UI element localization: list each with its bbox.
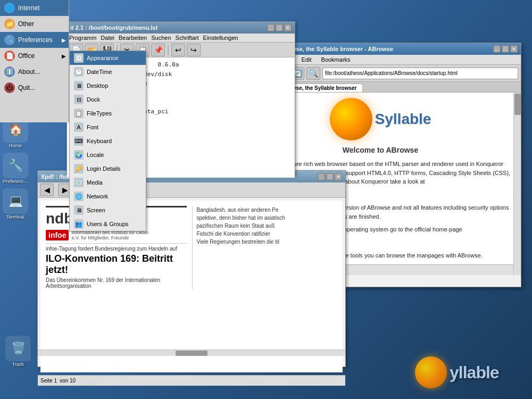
abrowse-url-input[interactable] <box>322 68 518 79</box>
prefs-network-label: Network <box>87 193 108 200</box>
grub-paste-btn[interactable]: 📌 <box>151 44 165 56</box>
grub-close-btn[interactable]: × <box>284 24 292 31</box>
prefs-item-font[interactable]: A Font <box>70 120 146 134</box>
trash-icon-wrap[interactable]: 🗑️ Trash <box>5 336 31 367</box>
screen-icon: 🖥 <box>74 205 84 215</box>
office-menu-icon: 📄 <box>4 51 15 61</box>
grub-undo-btn[interactable]: ↩ <box>171 44 185 56</box>
pdf-col-right-text: Bangladesh, aus einer anderen Pespektive… <box>197 206 338 246</box>
appearance-icon: 🖼 <box>74 53 84 63</box>
prefs-users-groups-label: Users & Groups <box>87 221 128 227</box>
prefs-item-locale[interactable]: 🌍 Locale <box>70 148 146 162</box>
locale-icon: 🌍 <box>74 150 84 160</box>
abrowse-menu-edit[interactable]: Edit <box>300 56 314 63</box>
prefs-item-media[interactable]: 💿 Media <box>70 176 146 189</box>
prefs-item-appearance[interactable]: 🖼 Appearance <box>70 51 146 65</box>
abrowse-scrollbar-thumb[interactable] <box>514 94 521 115</box>
menu-item-about[interactable]: ℹ️ About... <box>0 64 69 80</box>
pdf-minimize-btn[interactable]: _ <box>318 173 325 180</box>
menu-item-quit[interactable]: ⏻ Quit... <box>0 80 69 96</box>
pdf-window-controls: _ □ × <box>318 173 342 180</box>
terminal-icon[interactable]: 💻 <box>3 188 28 214</box>
grub-menu-schriftart[interactable]: Schriftart <box>176 35 199 41</box>
datetime-icon: 🕐 <box>74 67 84 77</box>
syllable-orb-icon <box>415 356 447 388</box>
prefs-screen-label: Screen <box>87 207 105 213</box>
trash-icon[interactable]: 🗑️ <box>5 336 31 361</box>
abrowse-close-btn[interactable]: × <box>510 45 518 53</box>
abrowse-search-btn[interactable]: 🔍 <box>306 67 320 80</box>
pdf-hscroll-thumb[interactable] <box>176 351 207 356</box>
menu-item-internet[interactable]: 🌐 Internet <box>0 0 69 16</box>
grub-maximize-btn[interactable]: □ <box>276 24 283 31</box>
prefs-item-filetypes[interactable]: 📋 FileTypes <box>70 106 146 120</box>
prefs-item-dock[interactable]: ⊟ Dock <box>70 93 146 106</box>
dock-prefs-label: Preferenc... <box>3 179 28 184</box>
login-details-icon: 🔑 <box>74 164 84 173</box>
pdf-infoe-row: infoe Informationen des Instituts für Ök… <box>46 230 187 240</box>
pdf-col-right: Bangladesh, aus einer anderen Pespektive… <box>192 206 338 289</box>
prefs-appearance-label: Appearance <box>87 55 118 61</box>
about-menu-icon: ℹ️ <box>4 66 15 77</box>
font-icon: A <box>74 122 84 132</box>
pdf-article-body: Das Übereinkommen Nr. 169 der Internatio… <box>46 277 187 289</box>
pdf-close-btn[interactable]: × <box>335 173 342 180</box>
syllable-logo-text: yllable <box>450 363 499 383</box>
prefs-keyboard-label: Keyboard <box>87 138 112 144</box>
app-menu: 🌐 Internet 📁 Other 🔧 Preferences ▶ 📄 Off… <box>0 0 69 122</box>
menu-item-office[interactable]: 📄 Office ▶ <box>0 48 69 64</box>
grub-minimize-btn[interactable]: _ <box>267 24 275 31</box>
users-groups-icon: 👥 <box>74 219 84 229</box>
menu-quit-label: Quit... <box>18 84 35 92</box>
prefs-item-screen[interactable]: 🖥 Screen <box>70 203 146 217</box>
menu-item-preferences[interactable]: 🔧 Preferences ▶ <box>0 32 69 48</box>
preferences-menu-icon: 🔧 <box>4 35 15 45</box>
grub-title: it 2.1 : /boot/boot/grub/menu.lst <box>70 24 157 31</box>
prefs-item-desktop[interactable]: 🖥 Desktop <box>70 79 146 93</box>
prefs-item-login-details[interactable]: 🔑 Login Details <box>70 162 146 176</box>
pdf-hscrollbar[interactable] <box>38 350 345 356</box>
keyboard-icon: ⌨ <box>74 136 84 146</box>
trash-label: Trash <box>12 362 24 367</box>
grub-menu-suchen[interactable]: Suchen <box>151 35 171 41</box>
internet-menu-icon: 🌐 <box>4 3 15 13</box>
menu-about-label: About... <box>18 68 40 76</box>
pdf-infoe-badge: infoe <box>46 230 69 240</box>
prefs-desktop-label: Desktop <box>87 82 108 89</box>
prefs-item-users-groups[interactable]: 👥 Users & Groups <box>70 217 146 231</box>
grub-menu-datei[interactable]: Datei <box>101 35 114 41</box>
grub-menu-bearbeiten[interactable]: Bearbeiten <box>119 35 147 41</box>
pdf-article-heading: ILO-Konvention 169: Beitritt jetzt! <box>46 253 187 276</box>
grub-menu-einstellungen[interactable]: Einstellungen <box>203 35 238 41</box>
grub-menu-programm[interactable]: Programm <box>69 35 96 41</box>
preferences-dock-icon[interactable]: 🔧 <box>3 153 28 178</box>
prefs-item-network[interactable]: 🌐 Network <box>70 189 146 203</box>
menu-item-other[interactable]: 📁 Other <box>0 16 69 32</box>
prefs-font-label: Font <box>87 124 98 130</box>
toolbar-separator2 <box>168 45 169 55</box>
dock: 🏠 Home 🔧 Preferenc... 💻 Terminal <box>3 117 28 220</box>
abrowse-maximize-btn[interactable]: □ <box>502 45 509 53</box>
abrowse-menu-bookmarks[interactable]: Bookmarks <box>319 56 353 63</box>
abrowse-window-controls: _ □ × <box>493 45 518 53</box>
abrowse-minimize-btn[interactable]: _ <box>493 45 501 53</box>
pdf-maximize-btn[interactable]: □ <box>326 173 334 180</box>
dock-home-label: Home <box>9 143 22 148</box>
filetypes-icon: 📋 <box>74 109 84 118</box>
abrowse-orb-icon <box>330 98 372 140</box>
desktop: yllable 🏠 Home 🔧 Preferenc... 💻 Terminal… <box>0 0 532 399</box>
abrowse-scrollbar[interactable] <box>513 93 521 275</box>
media-icon: 💿 <box>74 178 84 187</box>
grub-menubar: Programm Datei Bearbeiten Suchen Schrift… <box>67 34 295 43</box>
pdf-article-tag: infoe-Tagung fordert Bundesregierung zum… <box>46 243 187 252</box>
network-icon: 🌐 <box>74 192 84 201</box>
prefs-dock-label: Dock <box>87 96 100 103</box>
pdf-prev-btn[interactable]: ◀ <box>40 184 54 196</box>
grub-titlebar: it 2.1 : /boot/boot/grub/menu.lst _ □ × <box>67 22 295 34</box>
dock-item-terminal[interactable]: 💻 Terminal <box>3 188 28 220</box>
prefs-item-datetime[interactable]: 🕐 DateTime <box>70 65 146 79</box>
prefs-item-keyboard[interactable]: ⌨ Keyboard <box>70 134 146 148</box>
dock-item-prefs[interactable]: 🔧 Preferenc... <box>3 153 28 184</box>
grub-redo-btn[interactable]: ↪ <box>187 44 201 56</box>
pdf-page-status: Seite 1 <box>40 378 57 384</box>
